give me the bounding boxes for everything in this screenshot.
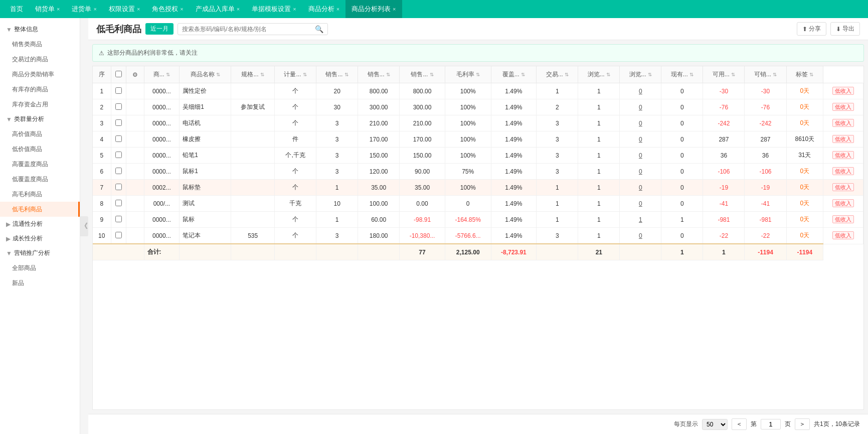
table-row: 7 0002... 鼠标垫 个 1 35.00 35.00 100% 1.49%… bbox=[93, 180, 863, 196]
export-btn[interactable]: ⬇ 导出 bbox=[830, 22, 860, 36]
sidebar-group-overall[interactable]: ▼ 整体信息 bbox=[0, 22, 80, 37]
col-header-check[interactable] bbox=[111, 66, 126, 83]
sidebar-group-circulation[interactable]: ▶ 流通性分析 bbox=[0, 217, 80, 231]
sidebar-item-capital[interactable]: 库存资金占用 bbox=[0, 97, 80, 112]
sidebar-group-cluster[interactable]: ▼ 类群量分析 bbox=[0, 112, 80, 126]
cell-tag: 低收入 bbox=[823, 148, 863, 164]
row-checkbox[interactable] bbox=[115, 152, 122, 158]
col-header-tx[interactable]: 交易... ⇅ bbox=[537, 66, 578, 83]
close-icon[interactable]: × bbox=[237, 6, 240, 12]
page-size-select[interactable]: 50 20 100 bbox=[702, 419, 728, 430]
close-icon[interactable]: × bbox=[137, 6, 140, 12]
col-header-sale3[interactable]: 销售... ⇅ bbox=[400, 66, 445, 83]
page-prev-btn[interactable]: ＜ bbox=[732, 418, 747, 430]
nav-permission[interactable]: 权限设置 × bbox=[103, 0, 146, 18]
cell-view1[interactable]: 0 bbox=[620, 228, 661, 244]
sidebar-item-high-value[interactable]: 高价值商品 bbox=[0, 126, 80, 141]
cell-view1[interactable]: 0 bbox=[620, 115, 661, 131]
col-header-spec[interactable]: 规格... ⇅ bbox=[231, 66, 275, 83]
select-all-checkbox[interactable] bbox=[115, 71, 122, 77]
col-header-settings[interactable]: ⚙ bbox=[126, 66, 144, 83]
col-header-saleable[interactable]: 可销... ⇅ bbox=[745, 66, 786, 83]
col-header-usable[interactable]: 可用... ⇅ bbox=[703, 66, 745, 83]
cell-check[interactable] bbox=[111, 164, 126, 180]
date-filter-btn[interactable]: 近一月 bbox=[145, 23, 173, 35]
nav-home[interactable]: 首页 bbox=[4, 0, 29, 18]
row-checkbox[interactable] bbox=[115, 103, 122, 110]
cell-check[interactable] bbox=[111, 115, 126, 131]
cell-check[interactable] bbox=[111, 148, 126, 164]
cell-view1[interactable]: 1 bbox=[620, 212, 661, 228]
cell-view1[interactable]: 0 bbox=[620, 164, 661, 180]
col-header-name[interactable]: 商品名称 ⇅ bbox=[180, 66, 231, 83]
col-header-unit[interactable]: 计量... ⇅ bbox=[275, 66, 316, 83]
row-checkbox[interactable] bbox=[115, 168, 122, 174]
row-checkbox[interactable] bbox=[115, 135, 122, 142]
close-icon[interactable]: × bbox=[93, 6, 96, 12]
row-checkbox[interactable] bbox=[115, 184, 122, 190]
cell-check[interactable] bbox=[111, 228, 126, 244]
sidebar-collapse-btn[interactable]: 《 bbox=[80, 216, 88, 236]
col-header-tag[interactable]: 标签 ⇅ bbox=[786, 66, 823, 83]
cell-view1[interactable]: 0 bbox=[620, 99, 661, 115]
cell-check[interactable] bbox=[111, 83, 126, 99]
search-icon[interactable]: 🔍 bbox=[315, 25, 323, 33]
col-header-view1[interactable]: 浏览... ⇅ bbox=[578, 66, 620, 83]
page-num-input[interactable] bbox=[761, 419, 781, 429]
sidebar-item-high-gross[interactable]: 高毛利商品 bbox=[0, 187, 80, 202]
sidebar-item-all-goods[interactable]: 全部商品 bbox=[0, 260, 80, 275]
sidebar-item-low-value[interactable]: 低价值商品 bbox=[0, 141, 80, 157]
cell-view1[interactable]: 0 bbox=[620, 148, 661, 164]
nav-sales[interactable]: 销货单 × bbox=[29, 0, 66, 18]
sidebar-item-sales-goods[interactable]: 销售类商品 bbox=[0, 37, 80, 52]
nav-analysis-list[interactable]: 商品分析列表 × bbox=[345, 0, 402, 18]
sidebar-item-low-gross[interactable]: 低毛利商品 bbox=[0, 202, 80, 217]
close-icon[interactable]: × bbox=[336, 6, 339, 12]
close-icon[interactable]: × bbox=[393, 6, 396, 12]
nav-analysis[interactable]: 商品分析 × bbox=[302, 0, 345, 18]
cell-check[interactable] bbox=[111, 196, 126, 212]
col-header-code[interactable]: 商... ⇅ bbox=[144, 66, 180, 83]
col-header-sale1[interactable]: 销售... ⇅ bbox=[316, 66, 358, 83]
sidebar-group-marketing[interactable]: ▼ 营销推广分析 bbox=[0, 246, 80, 260]
share-btn[interactable]: ⬆ 分享 bbox=[797, 22, 826, 36]
sidebar-item-category-rate[interactable]: 商品分类助销率 bbox=[0, 67, 80, 82]
search-input[interactable] bbox=[182, 26, 315, 33]
notice-text: 这部分商品的利润非常低，请关注 bbox=[107, 49, 198, 57]
cell-view1[interactable]: 0 bbox=[620, 131, 661, 148]
cell-view1[interactable]: 0 bbox=[620, 83, 661, 99]
close-icon[interactable]: × bbox=[57, 6, 60, 12]
sidebar-item-high-coverage[interactable]: 高覆盖度商品 bbox=[0, 157, 80, 172]
row-checkbox[interactable] bbox=[115, 216, 122, 222]
cell-view1[interactable]: 0 bbox=[620, 180, 661, 196]
nav-purchase[interactable]: 进货单 × bbox=[66, 0, 102, 18]
col-header-gross-rate[interactable]: 毛利率 ⇅ bbox=[445, 66, 491, 83]
cell-view1[interactable]: 0 bbox=[620, 196, 661, 212]
sidebar-item-low-coverage[interactable]: 低覆盖度商品 bbox=[0, 172, 80, 187]
nav-template[interactable]: 单据模板设置 × bbox=[246, 0, 302, 18]
sidebar-item-traded-goods[interactable]: 交易过的商品 bbox=[0, 52, 80, 67]
row-checkbox[interactable] bbox=[115, 200, 122, 206]
cell-check[interactable] bbox=[111, 212, 126, 228]
row-checkbox[interactable] bbox=[115, 119, 122, 126]
page-next-btn[interactable]: ＞ bbox=[795, 418, 810, 430]
cell-code: 0000... bbox=[144, 83, 180, 99]
nav-role[interactable]: 角色授权 × bbox=[146, 0, 189, 18]
row-checkbox[interactable] bbox=[115, 232, 122, 238]
col-header-sale2[interactable]: 销售... ⇅ bbox=[358, 66, 400, 83]
col-header-coverage[interactable]: 覆盖... ⇅ bbox=[491, 66, 537, 83]
data-table-container[interactable]: 序 ⚙ 商... ⇅ 商品名称 ⇅ 规格... ⇅ 计量... ⇅ 销售... … bbox=[92, 66, 864, 410]
cell-check[interactable] bbox=[111, 99, 126, 115]
cell-check[interactable] bbox=[111, 180, 126, 196]
row-checkbox[interactable] bbox=[115, 87, 122, 94]
close-icon[interactable]: × bbox=[293, 6, 296, 12]
col-header-stock[interactable]: 现有... ⇅ bbox=[661, 66, 703, 83]
cell-num: 4 bbox=[93, 131, 111, 148]
col-header-view2[interactable]: 浏览... ⇅ bbox=[620, 66, 661, 83]
sidebar-item-in-stock[interactable]: 有库存的商品 bbox=[0, 82, 80, 97]
cell-check[interactable] bbox=[111, 131, 126, 148]
sidebar-group-growth[interactable]: ▶ 成长性分析 bbox=[0, 231, 80, 246]
sidebar-item-new-goods[interactable]: 新品 bbox=[0, 275, 80, 291]
nav-product-in[interactable]: 产成品入库单 × bbox=[190, 0, 246, 18]
close-icon[interactable]: × bbox=[180, 6, 183, 12]
